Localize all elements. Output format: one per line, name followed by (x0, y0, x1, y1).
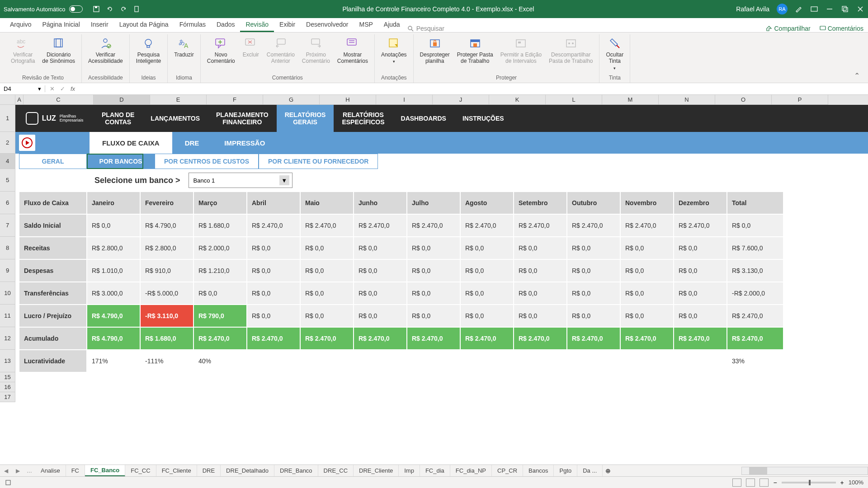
col-header-H[interactable]: H (320, 95, 376, 105)
sheet-nav-prev-icon[interactable]: ◀ (0, 468, 12, 474)
table-cell[interactable] (514, 350, 567, 372)
table-cell[interactable]: R$ 790,0 (193, 305, 247, 327)
sheet-tab-da ...[interactable]: Da ... (577, 465, 603, 477)
row-header-8[interactable]: 8 (0, 237, 15, 259)
nav-relatórios[interactable]: RELATÓRIOSESPECÍFICOS (334, 105, 392, 132)
ribbon-ocultar[interactable]: OcultarTinta▾ (603, 34, 626, 73)
sheet-tab-dre_banco[interactable]: DRE_Banco (274, 465, 318, 477)
select-all-cell[interactable] (0, 95, 15, 105)
normal-view-icon[interactable] (732, 479, 741, 487)
table-cell[interactable]: R$ 0,0 (567, 259, 620, 282)
table-cell[interactable] (247, 350, 300, 372)
ribbon-tab-inserir[interactable]: Inserir (85, 18, 114, 32)
ribbon-tab-revisão[interactable]: Revisão (240, 18, 274, 32)
col-header-N[interactable]: N (659, 95, 715, 105)
table-cell[interactable]: R$ 1.680,0 (193, 214, 247, 237)
ribbon-tab-layout-da-página[interactable]: Layout da Página (114, 18, 174, 32)
table-cell[interactable]: R$ 2.470,0 (354, 214, 407, 237)
row-header-4[interactable]: 4 (0, 154, 15, 169)
filter-por-centros-de-custos[interactable]: POR CENTROS DE CUSTOS (155, 154, 259, 169)
subnav-fluxo-de-caixa[interactable]: FLUXO DE CAIXA (90, 132, 172, 154)
ribbon-desproteger[interactable]: Desprotegerplanilha (417, 34, 453, 66)
comments-button[interactable]: Comentários (820, 25, 863, 32)
filter-por-cliente-ou-fornecedor[interactable]: POR CLIENTE OU FORNECEDOR (259, 154, 378, 169)
table-cell[interactable]: R$ 2.470,0 (674, 214, 727, 237)
col-header-L[interactable]: L (546, 95, 602, 105)
table-cell[interactable]: R$ 2.470,0 (407, 327, 460, 350)
sheet-tab-fc_cliente[interactable]: FC_Cliente (156, 465, 197, 477)
row-header-17[interactable]: 17 (0, 392, 15, 402)
ribbon-tab-fórmulas[interactable]: Fórmulas (174, 18, 211, 32)
add-sheet-button[interactable]: ⊕ (603, 467, 613, 474)
table-cell[interactable]: R$ 2.470,0 (567, 327, 620, 350)
table-cell[interactable] (460, 350, 514, 372)
table-cell[interactable]: R$ 0,0 (460, 259, 514, 282)
table-cell[interactable]: R$ 2.470,0 (514, 327, 567, 350)
table-cell[interactable] (567, 350, 620, 372)
table-cell[interactable]: R$ 2.470,0 (300, 327, 354, 350)
close-icon[interactable] (856, 5, 864, 13)
page-break-view-icon[interactable] (760, 479, 769, 487)
bank-dropdown[interactable]: Banco 1 ▼ (189, 173, 292, 188)
cancel-formula-icon[interactable]: ✕ (50, 85, 55, 92)
table-cell[interactable]: 171% (87, 350, 140, 372)
table-cell[interactable]: R$ 0,0 (460, 237, 514, 259)
ribbon-tab-ajuda[interactable]: Ajuda (378, 18, 406, 32)
row-header-1[interactable]: 1 (0, 105, 15, 132)
sheet-tab-dre_cliente[interactable]: DRE_Cliente (354, 465, 399, 477)
table-cell[interactable]: R$ 2.470,0 (460, 214, 514, 237)
sheet-tab-imp[interactable]: Imp (399, 465, 420, 477)
col-header-F[interactable]: F (207, 95, 263, 105)
minimize-icon[interactable] (826, 5, 834, 13)
table-cell[interactable]: R$ 0,0 (407, 237, 460, 259)
col-header-M[interactable]: M (602, 95, 659, 105)
table-cell[interactable]: R$ 0,0 (674, 282, 727, 305)
row-header-6[interactable]: 6 (0, 192, 15, 214)
table-cell[interactable]: R$ 4.790,0 (140, 214, 193, 237)
filter-geral[interactable]: GERAL (19, 154, 87, 169)
col-header-G[interactable]: G (263, 95, 320, 105)
ribbon-tab-desenvolvedor[interactable]: Desenvolvedor (301, 18, 354, 32)
ribbon-verificar[interactable]: VerificarAcessibilidade (85, 34, 126, 66)
table-cell[interactable] (407, 350, 460, 372)
sheet-tab-bancos[interactable]: Bancos (523, 465, 554, 477)
table-cell[interactable]: R$ 0,0 (567, 305, 620, 327)
table-cell[interactable]: R$ 0,0 (247, 259, 300, 282)
table-cell[interactable]: R$ 7.600,0 (727, 237, 783, 259)
name-box[interactable]: D4 ▾ (0, 85, 45, 92)
table-cell[interactable]: R$ 0,0 (354, 237, 407, 259)
zoom-out-button[interactable]: − (773, 479, 777, 486)
table-cell[interactable]: R$ 910,0 (140, 259, 193, 282)
table-cell[interactable]: R$ 0,0 (407, 305, 460, 327)
row-header-16[interactable]: 16 (0, 382, 15, 392)
table-cell[interactable]: R$ 2.470,0 (354, 327, 407, 350)
ribbon-tab-arquivo[interactable]: Arquivo (5, 18, 37, 32)
table-cell[interactable]: R$ 0,0 (567, 282, 620, 305)
table-cell[interactable]: R$ 0,0 (300, 237, 354, 259)
ribbon-traduzir[interactable]: あATraduzir (171, 34, 197, 60)
sheet-tab-fc_dia_np[interactable]: FC_dia_NP (450, 465, 492, 477)
table-cell[interactable]: R$ 2.470,0 (193, 327, 247, 350)
sheet-nav-next-icon[interactable]: ▶ (12, 468, 24, 474)
row-header-11[interactable]: 11 (0, 305, 15, 327)
col-header-K[interactable]: K (489, 95, 546, 105)
table-cell[interactable]: R$ 2.470,0 (620, 214, 674, 237)
autosave-toggle[interactable]: Salvamento Automático (4, 5, 83, 13)
nav-dashboards[interactable]: DASHBOARDS (393, 105, 454, 132)
table-cell[interactable]: R$ 0,0 (247, 282, 300, 305)
col-header-D[interactable]: D (94, 95, 150, 105)
table-cell[interactable]: R$ 2.470,0 (407, 214, 460, 237)
table-cell[interactable]: R$ 4.790,0 (87, 327, 140, 350)
table-cell[interactable]: 40% (193, 350, 247, 372)
ribbon-tab-dados[interactable]: Dados (211, 18, 240, 32)
table-cell[interactable]: -R$ 5.000,0 (140, 282, 193, 305)
nav-plano-de[interactable]: PLANO DECONTAS (94, 105, 142, 132)
table-cell[interactable]: R$ 0,0 (460, 282, 514, 305)
table-cell[interactable]: R$ 0,0 (674, 259, 727, 282)
accept-formula-icon[interactable]: ✓ (60, 85, 65, 92)
zoom-slider[interactable] (782, 482, 836, 483)
ribbon-proteger-pasta[interactable]: Proteger Pastade Trabalho (454, 34, 496, 66)
ribbon-tab-exibir[interactable]: Exibir (274, 18, 301, 32)
table-cell[interactable]: R$ 0,0 (514, 237, 567, 259)
col-header-O[interactable]: O (715, 95, 772, 105)
